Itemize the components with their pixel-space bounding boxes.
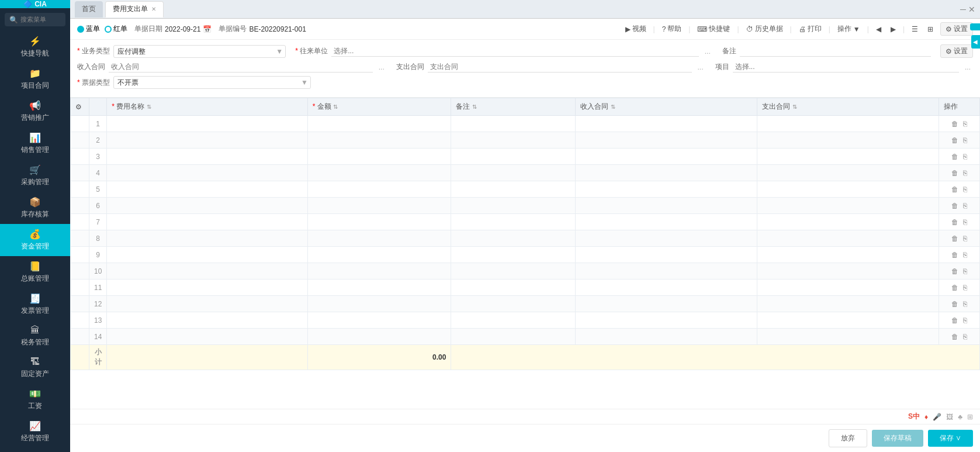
row-expense-contract-cell[interactable]: [757, 230, 939, 247]
business-type-select-wrapper[interactable]: 应付调整 ▼: [113, 45, 286, 58]
copy-row-icon[interactable]: ⎘: [963, 202, 967, 210]
row-note-cell[interactable]: [451, 181, 576, 198]
copy-row-icon[interactable]: ⎘: [963, 153, 967, 161]
row-income-contract-cell[interactable]: [576, 214, 757, 230]
row-expense-name-cell[interactable]: [107, 329, 307, 345]
sidebar-item-sales[interactable]: 📊 销售管理: [0, 127, 70, 160]
note-input[interactable]: [740, 46, 931, 57]
row-income-contract-cell[interactable]: [576, 247, 757, 263]
row-income-contract-cell[interactable]: [576, 132, 757, 149]
row-expense-name-cell[interactable]: [107, 263, 307, 280]
delete-row-icon[interactable]: 🗑: [951, 169, 958, 177]
sidebar-item-quick-nav[interactable]: ⚡ 快捷导航: [0, 31, 70, 63]
row-expense-name-cell[interactable]: [107, 280, 307, 296]
sidebar-item-invoice[interactable]: 🧾 发票管理: [0, 288, 70, 320]
copy-row-icon[interactable]: ⎘: [963, 333, 967, 341]
sidebar-item-capital[interactable]: 💰 资金管理: [0, 224, 70, 256]
row-income-contract-cell[interactable]: [576, 149, 757, 165]
row-amount-cell[interactable]: [307, 312, 451, 329]
copy-row-icon[interactable]: ⎘: [963, 284, 967, 292]
radio-blue[interactable]: 蓝单: [77, 24, 100, 34]
row-income-contract-cell[interactable]: [576, 296, 757, 312]
video-btn[interactable]: ▶ 视频: [623, 23, 649, 35]
row-income-contract-cell[interactable]: [576, 165, 757, 181]
row-expense-contract-cell[interactable]: [757, 149, 939, 165]
delete-row-icon[interactable]: 🗑: [951, 300, 958, 308]
sort-income-contract-icon[interactable]: ⇅: [611, 103, 615, 110]
delete-row-icon[interactable]: 🗑: [951, 316, 958, 325]
view-list-btn[interactable]: ☰: [909, 24, 920, 34]
row-note-cell[interactable]: [451, 214, 576, 230]
row-amount-cell[interactable]: [307, 132, 451, 149]
nav-next-btn[interactable]: ▶: [888, 24, 898, 34]
th-note[interactable]: 备注 ⇅: [451, 98, 576, 116]
th-expense-contract[interactable]: 支出合同 ⇅: [757, 98, 939, 116]
project-input[interactable]: [733, 61, 959, 73]
row-expense-name-cell[interactable]: [107, 247, 307, 263]
row-expense-contract-cell[interactable]: [757, 247, 939, 263]
row-note-cell[interactable]: [451, 149, 576, 165]
tab-close-icon[interactable]: ✕: [151, 6, 156, 12]
row-amount-cell[interactable]: [307, 247, 451, 263]
delete-row-icon[interactable]: 🗑: [951, 333, 958, 341]
th-gear[interactable]: ⚙: [71, 98, 89, 116]
date-value[interactable]: 2022-09-21: [165, 25, 200, 33]
save-draft-button[interactable]: 保存草稿: [872, 430, 923, 447]
row-note-cell[interactable]: [451, 329, 576, 345]
copy-row-icon[interactable]: ⎘: [963, 185, 967, 194]
sort-expense-name-icon[interactable]: ⇅: [147, 103, 151, 110]
row-note-cell[interactable]: [451, 116, 576, 132]
row-income-contract-cell[interactable]: [576, 312, 757, 329]
row-amount-cell[interactable]: [307, 181, 451, 198]
copy-row-icon[interactable]: ⎘: [963, 169, 967, 177]
th-expense-name[interactable]: * 费用名称 ⇅: [107, 98, 307, 116]
invoice-type-select[interactable]: 不开票: [114, 77, 301, 88]
delete-row-icon[interactable]: 🗑: [951, 120, 958, 128]
copy-row-icon[interactable]: ⎘: [963, 300, 967, 308]
th-amount[interactable]: * 金额 ⇅: [307, 98, 451, 116]
sort-amount-icon[interactable]: ⇅: [333, 103, 338, 110]
delete-row-icon[interactable]: 🗑: [951, 251, 958, 259]
sidebar-item-project[interactable]: 📁 项目合同: [0, 63, 70, 95]
shortcut-btn[interactable]: ⌨ 快捷键: [695, 23, 732, 35]
delete-row-icon[interactable]: 🗑: [951, 202, 958, 210]
sidebar-search-inner[interactable]: 🔍 搜索菜单: [5, 13, 65, 26]
mic-icon[interactable]: 🎤: [933, 413, 941, 421]
row-note-cell[interactable]: [451, 132, 576, 149]
copy-row-icon[interactable]: ⎘: [963, 136, 967, 144]
attachment-panel-btn[interactable]: 附件: [970, 23, 980, 30]
sidebar-item-salary[interactable]: 💵 工资: [0, 384, 70, 416]
row-amount-cell[interactable]: [307, 296, 451, 312]
row-note-cell[interactable]: [451, 280, 576, 296]
row-expense-contract-cell[interactable]: [757, 116, 939, 132]
row-note-cell[interactable]: [451, 247, 576, 263]
row-expense-name-cell[interactable]: [107, 116, 307, 132]
row-income-contract-cell[interactable]: [576, 230, 757, 247]
delete-row-icon[interactable]: 🗑: [951, 153, 958, 161]
row-amount-cell[interactable]: [307, 214, 451, 230]
row-expense-name-cell[interactable]: [107, 296, 307, 312]
row-expense-name-cell[interactable]: [107, 312, 307, 329]
invoice-type-select-wrapper[interactable]: 不开票 ▼: [113, 76, 311, 89]
row-expense-name-cell[interactable]: [107, 214, 307, 230]
row-expense-contract-cell[interactable]: [757, 181, 939, 198]
row-note-cell[interactable]: [451, 198, 576, 214]
row-expense-contract-cell[interactable]: [757, 263, 939, 280]
window-minimize[interactable]: ─: [960, 5, 966, 14]
row-expense-name-cell[interactable]: [107, 132, 307, 149]
row-amount-cell[interactable]: [307, 280, 451, 296]
tab-home[interactable]: 首页: [75, 1, 103, 18]
row-amount-cell[interactable]: [307, 149, 451, 165]
sidebar-item-ledger[interactable]: 📒 总账管理: [0, 256, 70, 288]
row-note-cell[interactable]: [451, 230, 576, 247]
row-amount-cell[interactable]: [307, 329, 451, 345]
save-button[interactable]: 保存 ∨: [928, 430, 973, 447]
discard-button[interactable]: 放弃: [829, 429, 867, 447]
row-expense-name-cell[interactable]: [107, 230, 307, 247]
grid-icon[interactable]: ⊞: [967, 413, 973, 421]
row-expense-name-cell[interactable]: [107, 181, 307, 198]
row-income-contract-cell[interactable]: [576, 116, 757, 132]
row-note-cell[interactable]: [451, 165, 576, 181]
row-expense-name-cell[interactable]: [107, 198, 307, 214]
income-contract-input[interactable]: [109, 61, 373, 73]
